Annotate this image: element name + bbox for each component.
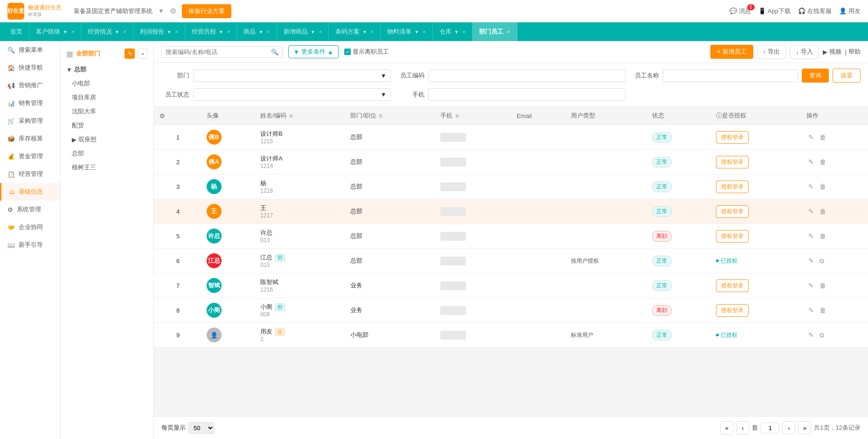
- tab-goods-close[interactable]: ×: [267, 29, 270, 35]
- sidebar-item-sales[interactable]: 📊 销售管理: [0, 94, 60, 112]
- tab-warehouse[interactable]: 仓库 ▼ ×: [433, 22, 472, 41]
- tab-barcode-close[interactable]: ×: [371, 29, 374, 35]
- tab-goods[interactable]: 商品 ▼ ×: [237, 22, 277, 41]
- next-page-btn[interactable]: ›: [782, 421, 795, 434]
- auth-login-btn[interactable]: 授权登录: [716, 230, 749, 243]
- tab-profit[interactable]: 利润报告 ▼ ×: [133, 22, 185, 41]
- emp-status-select[interactable]: ▼: [193, 88, 391, 101]
- export-btn[interactable]: ↑ 导出: [757, 45, 786, 59]
- delete-btn[interactable]: 🗑: [818, 207, 828, 216]
- dept-edit-btn[interactable]: ✎: [125, 49, 135, 59]
- dept-tree-item-library[interactable]: 项目库房: [61, 91, 153, 105]
- show-resigned-checkbox[interactable]: ✓: [344, 49, 351, 55]
- auth-login-btn[interactable]: 授权登录: [716, 156, 749, 168]
- user-avatar-item[interactable]: 👤 用友: [839, 7, 861, 15]
- tab-warehouse-close[interactable]: ×: [463, 29, 465, 35]
- auth-login-btn[interactable]: 授权登录: [716, 304, 749, 317]
- sidebar-item-finance[interactable]: 💰 资金管理: [0, 147, 60, 165]
- tab-bom-close[interactable]: ×: [423, 29, 425, 35]
- last-page-btn[interactable]: »: [798, 421, 811, 434]
- edit-btn[interactable]: ✎: [806, 207, 816, 216]
- edit-btn[interactable]: ✎: [806, 306, 816, 315]
- col-phone[interactable]: 手机 ⇅: [435, 107, 511, 125]
- delete-btn[interactable]: 🗑: [818, 306, 828, 315]
- help-btn[interactable]: | 帮助: [845, 45, 861, 59]
- auth-login-btn[interactable]: 授权登录: [716, 131, 749, 144]
- query-btn[interactable]: 查询: [802, 69, 829, 83]
- tab-barcode[interactable]: 条码方案 ▼ ×: [329, 22, 381, 41]
- sidebar-item-marketing[interactable]: 📢 营销推广: [0, 77, 60, 94]
- delete-btn[interactable]: 🗑: [818, 132, 828, 142]
- import-btn[interactable]: ↓ 导入: [790, 45, 819, 59]
- online-service-item[interactable]: 🎧 在线客服: [798, 7, 832, 15]
- edit-btn[interactable]: ✎: [806, 256, 816, 265]
- delete-btn[interactable]: 🗑: [818, 231, 828, 241]
- prev-page-btn[interactable]: ‹: [736, 421, 749, 434]
- first-page-btn[interactable]: «: [720, 421, 733, 434]
- settings-btn[interactable]: 设置: [833, 69, 861, 83]
- sidebar-item-basic[interactable]: 🗂 基础信息: [0, 183, 60, 201]
- page-number-input[interactable]: [761, 423, 779, 433]
- all-dept-label[interactable]: 全部部门: [76, 49, 122, 58]
- tab-op-close[interactable]: ×: [123, 29, 126, 35]
- dept-tree-item-zhishu[interactable]: 植树王三: [61, 160, 153, 174]
- col-dept[interactable]: 部门/职位 ⇅: [345, 107, 435, 125]
- delete-btn[interactable]: 🗑: [818, 182, 828, 191]
- col-settings[interactable]: ⚙: [154, 107, 171, 125]
- sidebar-item-search[interactable]: 🔍 搜索菜单: [0, 41, 60, 59]
- dept-select[interactable]: ▼: [193, 70, 391, 82]
- dept-tree-item-distribution[interactable]: 配货: [61, 118, 153, 132]
- app-download-item[interactable]: 📱 App下载: [758, 7, 791, 15]
- sidebar-item-guide[interactable]: 📖 新手引导: [0, 236, 60, 254]
- edit-btn[interactable]: ✎: [806, 330, 816, 340]
- message-icon-item[interactable]: 💬 消息 5: [729, 7, 751, 15]
- tab-customer-close[interactable]: ×: [71, 29, 74, 35]
- tab-home[interactable]: 首页: [4, 22, 29, 41]
- auth-login-btn[interactable]: 授权登录: [716, 205, 749, 218]
- delete-btn[interactable]: 🗑: [818, 157, 828, 167]
- copy-btn[interactable]: ⧉: [818, 256, 826, 266]
- dept-tree-item-zongbu[interactable]: 总部: [61, 146, 153, 160]
- dept-collapse-btn[interactable]: «: [138, 49, 148, 59]
- more-filter-btn[interactable]: ▼ 更多条件 ▲: [288, 45, 339, 58]
- trial-button[interactable]: 体验行业方案: [182, 4, 231, 18]
- dept-tree-item-root[interactable]: ▼ 总部: [61, 63, 153, 77]
- page-size-dropdown[interactable]: 50 100 200: [188, 422, 215, 434]
- auth-login-btn[interactable]: 授权登录: [716, 181, 749, 193]
- sidebar-item-purchase[interactable]: 🛒 采购管理: [0, 112, 60, 130]
- sidebar-item-enterprise[interactable]: 🤝 企业协同: [0, 218, 60, 236]
- edit-btn[interactable]: ✎: [806, 132, 816, 142]
- settings-icon[interactable]: ⚙: [170, 7, 176, 15]
- copy-btn[interactable]: ⧉: [818, 330, 826, 340]
- dept-tree-item-shenyang[interactable]: 沈阳大库: [61, 105, 153, 118]
- edit-btn[interactable]: ✎: [806, 157, 816, 167]
- dept-tree-item-shuangzuo[interactable]: ▶ 双座想: [61, 132, 153, 146]
- tab-biz-journey[interactable]: 经营历程 ▼ ×: [185, 22, 237, 41]
- sidebar-item-operation[interactable]: 📋 经营管理: [0, 165, 60, 183]
- edit-btn[interactable]: ✎: [806, 231, 816, 241]
- tab-bom[interactable]: 物料清单 ▼ ×: [381, 22, 432, 41]
- dept-tree-item-xiaodian[interactable]: 小电部: [61, 77, 153, 91]
- search-submit-icon[interactable]: 🔍: [271, 49, 278, 56]
- tab-operation-status[interactable]: 经营情况 ▼ ×: [81, 22, 133, 41]
- edit-btn[interactable]: ✎: [806, 281, 816, 290]
- sidebar-item-system[interactable]: ⚙ 系统管理: [0, 201, 60, 218]
- sidebar-item-inventory[interactable]: 📦 库存核算: [0, 130, 60, 147]
- show-resigned-toggle[interactable]: ✓ 显示离职员工: [344, 48, 389, 56]
- tab-dept-employee-close[interactable]: ×: [507, 29, 510, 35]
- col-name[interactable]: 姓名/编码 ⇅: [255, 107, 345, 125]
- tab-biz-journey-close[interactable]: ×: [227, 29, 230, 35]
- sidebar-item-quick-nav[interactable]: 🏠 快捷导航: [0, 59, 60, 77]
- tab-customer[interactable]: 客户联络 ▼ ×: [29, 22, 81, 41]
- edit-btn[interactable]: ✎: [806, 182, 816, 191]
- search-input-wrapper[interactable]: 🔍: [161, 46, 283, 58]
- emp-code-input[interactable]: [428, 70, 626, 82]
- emp-name-input[interactable]: [663, 70, 798, 82]
- system-title-arrow[interactable]: ▼: [158, 7, 164, 14]
- tab-add-goods-close[interactable]: ×: [319, 29, 322, 35]
- view-btn[interactable]: ▶ 视频: [823, 45, 841, 59]
- phone-input[interactable]: [428, 88, 626, 101]
- search-input[interactable]: [166, 49, 268, 56]
- delete-btn[interactable]: 🗑: [818, 281, 828, 290]
- tab-profit-close[interactable]: ×: [175, 29, 178, 35]
